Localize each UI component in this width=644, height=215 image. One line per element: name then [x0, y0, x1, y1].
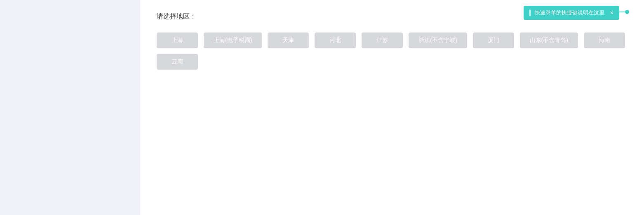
tooltip-text: 快速录单的快捷键说明在这里 — [535, 9, 604, 16]
region-button-yunnan[interactable]: 云南 — [157, 54, 198, 70]
region-button-shandong[interactable]: 山东(不含青岛) — [520, 33, 578, 48]
region-button-tianjin[interactable]: 天津 — [268, 33, 309, 48]
region-button-zhejiang[interactable]: 浙江(不含宁波) — [409, 33, 467, 48]
region-button-xiamen[interactable]: 厦门 — [473, 33, 514, 48]
region-button-hainan[interactable]: 海南 — [584, 33, 625, 48]
tooltip-dot — [625, 10, 629, 14]
region-buttons-container: 上海上海(电子税局)天津河北江苏浙江(不含宁波)厦门山东(不含青岛)海南云南 — [157, 33, 628, 70]
left-sidebar — [0, 0, 140, 215]
region-button-jiangsu[interactable]: 江苏 — [362, 33, 403, 48]
tooltip-line — [619, 12, 625, 12]
main-content: 请选择地区： 上海上海(电子税局)天津河北江苏浙江(不含宁波)厦门山东(不含青岛… — [140, 0, 644, 215]
region-button-shanghai-etax[interactable]: 上海(电子税局) — [204, 33, 262, 48]
region-button-shanghai[interactable]: 上海 — [157, 33, 198, 48]
region-button-hebei[interactable]: 河北 — [315, 33, 356, 48]
tooltip-banner: 快速录单的快捷键说明在这里 × — [524, 6, 619, 20]
tooltip-close-button[interactable]: × — [610, 9, 613, 16]
